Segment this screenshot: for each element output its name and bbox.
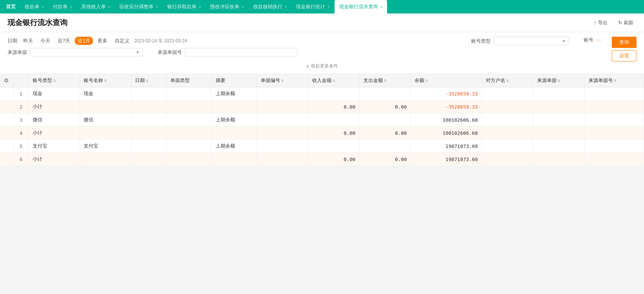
cell-docNo-4 xyxy=(257,140,308,153)
tab-close-payment[interactable]: × xyxy=(70,4,72,9)
date-options: 昨天今天近7天近1月更多自定义 xyxy=(20,37,132,45)
tab-close-other-income[interactable]: × xyxy=(108,4,110,9)
cell-counterparty-4 xyxy=(482,140,533,153)
tab-close-cash-stat[interactable]: × xyxy=(327,4,330,9)
cell-date-4 xyxy=(131,140,167,153)
column-balance[interactable]: 余额⇅ xyxy=(411,74,482,87)
row-gear-3 xyxy=(0,127,14,140)
cell-accountType-2: 微信 xyxy=(29,113,80,127)
source-doc-num-input[interactable] xyxy=(185,48,297,57)
cell-sourceDoc-5 xyxy=(533,153,584,166)
nav-tab-receipt[interactable]: 收款单× xyxy=(20,0,48,13)
account-dots-button[interactable]: ··· xyxy=(596,37,601,43)
cell-accountType-0: 现金 xyxy=(29,87,80,100)
tab-close-verify-exec[interactable]: × xyxy=(285,4,287,9)
account-type-label: 账号类型 xyxy=(471,38,491,45)
date-option-近1月[interactable]: 近1月 xyxy=(75,37,93,45)
export-button[interactable]: ↑ 导出 xyxy=(591,18,611,28)
tab-close-receipt[interactable]: × xyxy=(42,4,44,9)
nav-tab-bank-deposit[interactable]: 银行存取款单× xyxy=(163,0,206,13)
nav-tab-cash-stat[interactable]: 现金银行统计× xyxy=(291,0,334,13)
date-option-今天[interactable]: 今天 xyxy=(38,37,53,45)
cell-summary-1 xyxy=(212,100,257,113)
nav-tab-payment[interactable]: 付款单× xyxy=(48,0,77,13)
nav-tab-ar-ap-adjust[interactable]: 应收应付调整单× xyxy=(115,0,162,13)
row-gear-0 xyxy=(0,87,14,100)
query-button[interactable]: 查询 xyxy=(612,37,636,48)
cell-docNo-1 xyxy=(257,100,308,113)
header-actions: ↑ 导出 ↻ 刷新 xyxy=(591,18,637,28)
date-option-自定义[interactable]: 自定义 xyxy=(112,37,132,45)
cell-expense-5: 0.00 xyxy=(359,153,411,166)
column-counterparty[interactable]: 对方户名⇅ xyxy=(482,74,533,87)
table-body: 1现金现金上期余额-3528659.332小计0.000.00-3528659.… xyxy=(0,87,644,166)
date-filter-row: 日期 昨天今天近7天近1月更多自定义 2023-02-24 至 2023-03-… xyxy=(8,37,456,45)
column-docNo[interactable]: 单据编号⇅ xyxy=(257,74,308,87)
cell-summary-2: 上期余额 xyxy=(212,113,257,127)
nav-tab-cash-flow[interactable]: 现金银行流水查询× xyxy=(335,0,387,13)
cell-accountName-2: 微信 xyxy=(80,113,131,127)
date-range: 2023-02-24 至 2023-03-24 xyxy=(134,38,187,44)
cell-summary-0: 上期余额 xyxy=(212,87,257,100)
nav-tab-other-income[interactable]: 其他收入单× xyxy=(77,0,115,13)
refresh-icon: ↻ xyxy=(618,20,622,25)
row-gear-4 xyxy=(0,140,14,153)
cell-accountType-1: 小计 xyxy=(29,100,80,113)
cell-balance-5: 19871073.60 xyxy=(411,153,482,166)
cell-docType-2 xyxy=(167,113,212,127)
tab-close-cash-flow[interactable]: × xyxy=(380,4,383,9)
account-type-select[interactable]: ▾ xyxy=(494,37,569,45)
cell-expense-2 xyxy=(359,113,411,127)
cell-income-2 xyxy=(308,113,359,127)
cell-sourceDocNo-4 xyxy=(584,140,644,153)
cell-income-5: 0.00 xyxy=(308,153,359,166)
cell-date-5 xyxy=(131,153,167,166)
cell-balance-2: 100102606.60 xyxy=(411,113,482,127)
cell-sourceDoc-1 xyxy=(533,100,584,113)
cell-date-2 xyxy=(131,113,167,127)
cell-docNo-3 xyxy=(257,127,308,140)
page-title: 现金银行流水查询 xyxy=(8,18,68,28)
nav-tab-home[interactable]: 首页 xyxy=(2,0,20,13)
collapse-bar[interactable]: ∧ 收起更多条件 xyxy=(8,61,636,69)
cell-expense-4 xyxy=(359,140,411,153)
column-accountName[interactable]: 账号名称⇅ xyxy=(80,74,131,87)
cell-income-1: 0.00 xyxy=(308,100,359,113)
column-income[interactable]: 收入金额⇅ xyxy=(308,74,359,87)
cell-expense-3: 0.00 xyxy=(359,127,411,140)
column-sourceDocNo[interactable]: 来源单据号⇅ xyxy=(584,74,644,87)
account-type-filter-row: 账号类型 ▾ xyxy=(471,37,569,45)
table-row: 3微信微信上期余额100102606.60 xyxy=(0,113,644,127)
data-table: ⚙账号类型⇅账号名称⇅日期⇅单据类型摘要单据编号⇅收入金额⇅支出金额⇅余额⇅对方… xyxy=(0,74,644,166)
source-doc-label: 来源单据 xyxy=(8,49,27,56)
table-header: ⚙账号类型⇅账号名称⇅日期⇅单据类型摘要单据编号⇅收入金额⇅支出金额⇅余额⇅对方… xyxy=(0,74,644,87)
cell-accountType-5: 小计 xyxy=(29,153,80,166)
date-option-昨天[interactable]: 昨天 xyxy=(20,37,36,45)
table-row: 5支付宝支付宝上期余额19871073.60 xyxy=(0,140,644,153)
cell-docType-0 xyxy=(167,87,212,100)
cell-income-4 xyxy=(308,140,359,153)
row-num-1: 2 xyxy=(14,100,29,113)
tab-close-advance-offset[interactable]: × xyxy=(242,4,244,9)
column-date[interactable]: 日期⇅ xyxy=(131,74,167,87)
cell-date-0 xyxy=(131,87,167,100)
table-row: 1现金现金上期余额-3528659.33 xyxy=(0,87,644,100)
nav-tab-verify-exec[interactable]: 收款核销执行× xyxy=(249,0,291,13)
nav-tab-advance-offset[interactable]: 预收冲应收单× xyxy=(206,0,248,13)
tab-close-bank-deposit[interactable]: × xyxy=(199,4,201,9)
cell-docType-4 xyxy=(167,140,212,153)
column-summary: 摘要 xyxy=(212,74,257,87)
table-gear-icon[interactable]: ⚙ xyxy=(4,77,9,84)
date-option-近7天[interactable]: 近7天 xyxy=(55,37,73,45)
refresh-button[interactable]: ↻ 刷新 xyxy=(615,18,636,28)
source-doc-select[interactable]: ▾ xyxy=(30,48,143,57)
cell-expense-1: 0.00 xyxy=(359,100,411,113)
tab-close-ar-ap-adjust[interactable]: × xyxy=(156,4,158,9)
date-option-更多[interactable]: 更多 xyxy=(95,37,110,45)
cell-sourceDocNo-1 xyxy=(584,100,644,113)
settings-button[interactable]: 设置 xyxy=(612,50,636,61)
table-row: 4小计0.000.00100102606.60 xyxy=(0,127,644,140)
column-sourceDoc[interactable]: 来源单据⇅ xyxy=(533,74,584,87)
column-accountType[interactable]: 账号类型⇅ xyxy=(29,74,80,87)
column-expense[interactable]: 支出金额⇅ xyxy=(359,74,411,87)
